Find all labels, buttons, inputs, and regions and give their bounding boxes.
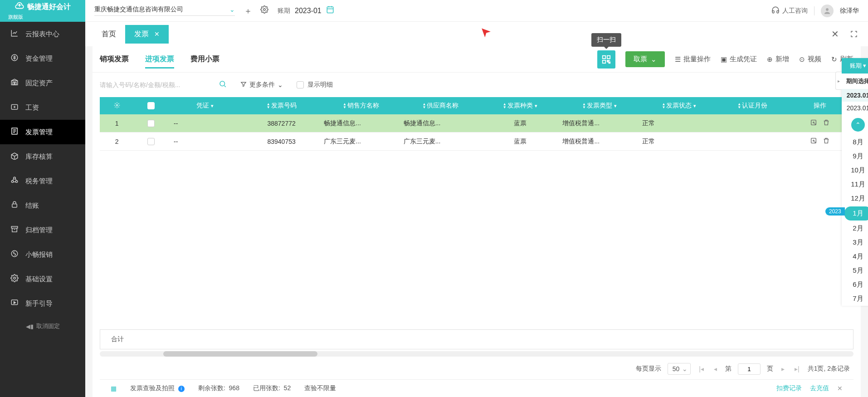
period-panel-header[interactable]: 账期 ▾ xyxy=(842,58,868,74)
page-size-select[interactable]: 50 ⌄ xyxy=(668,363,691,375)
page-input[interactable] xyxy=(738,363,761,375)
table-row[interactable]: 1--38872772畅捷通信息...畅捷通信息...蓝票增值税普通...正常 xyxy=(100,114,853,132)
add-icon[interactable]: ＋ xyxy=(244,5,252,16)
month-item[interactable]: 2月 xyxy=(842,221,868,235)
month-item[interactable]: 8月 xyxy=(842,135,868,149)
tab-home[interactable]: 首页 xyxy=(93,25,125,44)
headset-icon xyxy=(771,6,780,15)
first-page-button[interactable]: |◂ xyxy=(697,365,706,372)
video-button[interactable]: ⊙ 视频 xyxy=(799,55,821,64)
search-icon[interactable] xyxy=(219,80,227,90)
column-invoice-no[interactable]: ▲▼发票号码 xyxy=(242,97,321,114)
column-status[interactable]: ▲▼发票状态▾ xyxy=(639,97,719,114)
column-type[interactable]: ▲▼发票类型▾ xyxy=(560,97,639,114)
column-select-all[interactable] xyxy=(134,97,169,114)
sort-icon[interactable]: ▲▼ xyxy=(582,103,586,109)
support-link[interactable]: 人工咨询 xyxy=(771,6,808,15)
prev-page-button[interactable]: ◂ xyxy=(712,365,719,372)
recharge-link[interactable]: 去充值 xyxy=(810,384,829,392)
column-seller[interactable]: ▲▼销售方名称 xyxy=(321,97,400,114)
sidebar-item-close-period[interactable]: 结账 xyxy=(0,193,85,218)
tab-invoice[interactable]: 发票 ✕ xyxy=(125,25,169,44)
sort-icon[interactable]: ▲▼ xyxy=(662,103,665,109)
avatar[interactable] xyxy=(821,5,834,17)
fullscreen-icon[interactable] xyxy=(847,27,861,41)
company-name: 重庆畅捷交通信息咨询有限公司 xyxy=(94,5,225,14)
close-all-tabs-icon[interactable]: ✕ xyxy=(828,27,842,41)
sidebar-item-salary[interactable]: 工资 xyxy=(0,95,85,120)
month-item[interactable]: 11月 xyxy=(842,177,868,191)
calendar-icon[interactable] xyxy=(326,5,334,16)
scroll-up-button[interactable]: ⌃ xyxy=(851,118,865,132)
sidebar-item-stock[interactable]: 库存核算 xyxy=(0,144,85,169)
sort-icon[interactable]: ▲▼ xyxy=(343,103,346,109)
scrollbar-thumb[interactable] xyxy=(163,351,317,357)
month-item[interactable]: 12月 xyxy=(842,191,868,206)
delete-icon[interactable] xyxy=(823,120,830,127)
checkbox-icon[interactable] xyxy=(297,81,304,88)
add-button[interactable]: ⊕ 新增 xyxy=(767,55,789,64)
column-supplier[interactable]: ▲▼供应商名称 xyxy=(401,97,480,114)
sidebar-item-money[interactable]: 资金管理 xyxy=(0,46,85,71)
close-icon[interactable]: ✕ xyxy=(154,30,160,38)
month-item[interactable]: 5月 xyxy=(842,264,868,278)
month-item[interactable]: 10月 xyxy=(842,163,868,177)
sidebar-item-label: 小畅报销 xyxy=(25,250,53,259)
row-checkbox[interactable] xyxy=(147,138,155,145)
gear-icon[interactable] xyxy=(260,5,268,16)
sidebar-item-settings[interactable]: 基础设置 xyxy=(0,267,85,291)
scan-qr-button[interactable]: 扫一扫 xyxy=(597,50,615,69)
sidebar-item-invoice[interactable]: 发票管理 xyxy=(0,120,85,144)
show-detail-checkbox[interactable]: 显示明细 xyxy=(297,81,333,89)
filter-icon[interactable]: ▾ xyxy=(693,103,696,108)
column-voucher[interactable]: 凭证▾ xyxy=(168,97,242,114)
column-settings[interactable] xyxy=(100,97,134,114)
delete-icon[interactable] xyxy=(823,138,830,146)
period-end[interactable]: 2023.01 xyxy=(842,102,868,114)
sidebar-unpin[interactable]: ◀▮ 取消固定 xyxy=(0,316,85,337)
sidebar-item-chart[interactable]: 云报表中心 xyxy=(0,22,85,46)
period-start[interactable]: 2023.01 xyxy=(842,89,868,102)
fetch-invoice-button[interactable]: 取票 ⌄ xyxy=(625,51,665,67)
horizontal-scrollbar[interactable] xyxy=(100,351,853,357)
table-row[interactable]: 2--83940753广东三元麦...广东三元麦...蓝票增值税普通...正常 xyxy=(100,132,853,151)
view-icon[interactable] xyxy=(810,120,817,127)
sidebar-item-tax[interactable]: 税务管理 xyxy=(0,169,85,193)
month-item[interactable]: 3月 xyxy=(842,235,868,250)
logo-icon xyxy=(15,1,24,13)
column-cert-month[interactable]: ▲▼认证月份 xyxy=(719,97,786,114)
subtab-receipt[interactable]: 费用小票 xyxy=(190,50,219,69)
more-conditions[interactable]: 更多条件 ⌄ xyxy=(240,81,283,89)
sidebar-item-archive[interactable]: 归档管理 xyxy=(0,218,85,242)
filter-icon[interactable]: ▾ xyxy=(614,103,617,108)
month-item[interactable]: 7月 xyxy=(842,292,868,306)
sort-icon[interactable]: ▲▼ xyxy=(267,103,270,109)
row-checkbox[interactable] xyxy=(147,120,155,127)
sidebar-item-guide[interactable]: 新手引导 xyxy=(0,291,85,316)
period-panel-handle[interactable]: ▸ xyxy=(835,72,842,90)
last-page-button[interactable]: ▸| xyxy=(793,365,801,372)
subtab-sales[interactable]: 销项发票 xyxy=(100,50,129,69)
month-item[interactable]: 9月 xyxy=(842,149,868,163)
month-item[interactable]: 4月 xyxy=(842,250,868,264)
info-icon[interactable]: i xyxy=(178,386,185,392)
filter-icon[interactable]: ▾ xyxy=(211,103,214,108)
sort-icon[interactable]: ▲▼ xyxy=(503,103,507,109)
search-input[interactable] xyxy=(100,81,214,88)
charge-log-link[interactable]: 扣费记录 xyxy=(776,384,802,392)
company-selector[interactable]: 重庆畅捷交通信息咨询有限公司 ⌄ xyxy=(94,5,235,16)
close-footer-icon[interactable]: ✕ xyxy=(837,385,843,392)
batch-ops-button[interactable]: ☰ 批量操作 xyxy=(675,55,711,64)
next-page-button[interactable]: ▸ xyxy=(780,365,786,372)
month-item[interactable]: 1月2023 xyxy=(844,206,868,221)
view-icon[interactable] xyxy=(810,138,817,146)
gen-voucher-button[interactable]: ▣ 生成凭证 xyxy=(721,55,757,64)
sort-icon[interactable]: ▲▼ xyxy=(422,103,426,109)
sidebar-item-reimburse[interactable]: 小畅报销 xyxy=(0,242,85,267)
column-kind[interactable]: ▲▼发票种类▾ xyxy=(480,97,560,114)
subtab-purchase[interactable]: 进项发票 xyxy=(145,50,174,69)
filter-icon[interactable]: ▾ xyxy=(535,103,537,108)
sort-icon[interactable]: ▲▼ xyxy=(737,103,741,109)
month-item[interactable]: 6月 xyxy=(842,278,868,292)
sidebar-item-asset[interactable]: 固定资产 xyxy=(0,71,85,95)
